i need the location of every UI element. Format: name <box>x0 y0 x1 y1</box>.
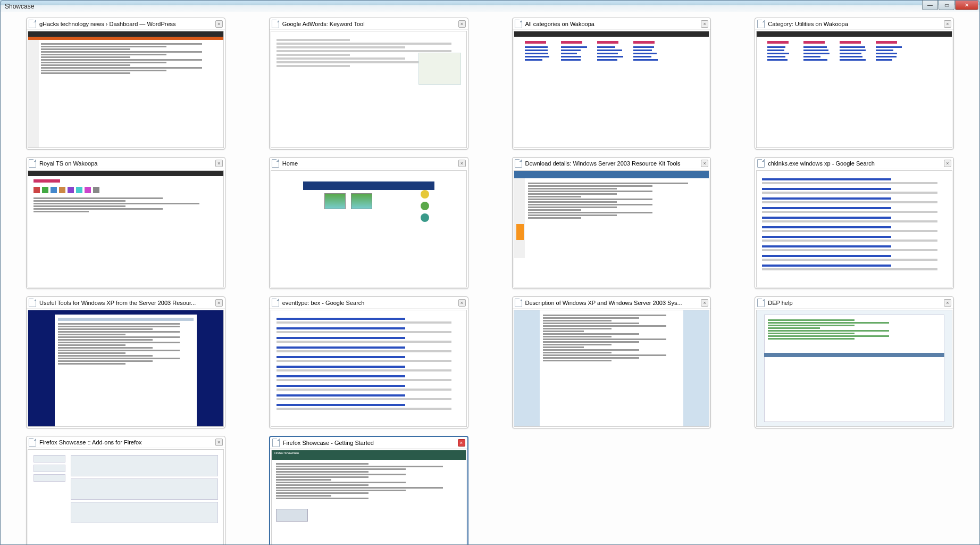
thumbnail-title: Download details: Windows Server 2003 Re… <box>525 160 701 167</box>
thumbnail-preview <box>756 31 952 148</box>
thumbnail-title: All categories on Wakoopa <box>525 21 701 27</box>
close-tab-icon[interactable]: × <box>458 160 466 167</box>
window-title: Showcase <box>3 3 34 10</box>
close-tab-icon[interactable]: × <box>458 439 465 447</box>
thumbnail-title: eventtype: bex - Google Search <box>282 300 458 306</box>
thumbnail-title: Google AdWords: Keyword Tool <box>282 21 458 27</box>
thumbnail-header: Google AdWords: Keyword Tool× <box>270 18 468 30</box>
close-tab-icon[interactable]: × <box>458 299 466 307</box>
thumbnail-preview <box>28 170 224 287</box>
tab-thumbnail[interactable]: Description of Windows XP and Windows Se… <box>512 296 711 428</box>
page-icon <box>29 159 36 168</box>
page-icon <box>29 299 36 307</box>
thumbnail-header: Home× <box>270 158 468 169</box>
page-icon <box>29 20 36 28</box>
page-icon <box>757 299 765 307</box>
close-tab-icon[interactable]: × <box>215 299 223 307</box>
thumbnail-title: Firefox Showcase :: Add-ons for Firefox <box>39 439 215 445</box>
thumbnail-title: Category: Utilities on Wakoopa <box>768 21 944 27</box>
tab-thumbnail[interactable]: chklnks.exe windows xp - Google Search× <box>755 157 954 289</box>
thumbnail-header: All categories on Wakoopa× <box>513 18 711 30</box>
thumbnail-title: Useful Tools for Windows XP from the Ser… <box>39 300 215 306</box>
thumbnail-header: Useful Tools for Windows XP from the Ser… <box>27 297 225 309</box>
thumbnail-header: eventtype: bex - Google Search× <box>270 297 468 309</box>
page-icon <box>272 299 279 307</box>
page-icon <box>29 438 36 447</box>
thumbnail-title: Firefox Showcase - Getting Started <box>283 440 458 446</box>
tab-thumbnail[interactable]: Download details: Windows Server 2003 Re… <box>512 157 711 289</box>
maximize-button[interactable]: ▭ <box>939 1 954 10</box>
thumbnail-header: Description of Windows XP and Windows Se… <box>513 297 711 309</box>
close-tab-icon[interactable]: × <box>215 439 223 446</box>
thumbnail-preview <box>28 310 224 427</box>
tab-thumbnail[interactable]: Google AdWords: Keyword Tool× <box>269 18 468 150</box>
thumbnail-header: Download details: Windows Server 2003 Re… <box>513 158 711 169</box>
tab-thumbnail[interactable]: eventtype: bex - Google Search× <box>269 296 468 428</box>
titlebar: Showcase — ▭ ✕ <box>1 1 979 12</box>
thumbnail-title: gHacks technology news › Dashboard — Wor… <box>39 21 215 27</box>
close-tab-icon[interactable]: × <box>944 160 951 167</box>
page-icon <box>272 20 279 28</box>
page-icon <box>515 159 522 168</box>
thumbnail-preview <box>271 170 467 287</box>
thumbnail-header: gHacks technology news › Dashboard — Wor… <box>27 18 225 30</box>
tab-thumbnail[interactable]: Firefox Showcase - Getting Started×Firef… <box>269 436 468 544</box>
thumbnail-preview <box>271 31 467 148</box>
thumbnail-preview <box>514 170 710 287</box>
thumbnail-title: Home <box>282 160 458 167</box>
thumbnail-preview <box>271 310 467 427</box>
thumbnail-header: Royal TS on Wakoopa× <box>27 158 225 169</box>
thumbnail-header: Firefox Showcase :: Add-ons for Firefox× <box>27 436 225 448</box>
page-icon <box>757 20 765 28</box>
showcase-window: Showcase — ▭ ✕ gHacks technology news › … <box>0 0 980 545</box>
close-tab-icon[interactable]: × <box>215 160 223 167</box>
thumbnail-title: DEP help <box>768 300 944 306</box>
thumbnail-header: chklnks.exe windows xp - Google Search× <box>755 158 953 169</box>
close-tab-icon[interactable]: × <box>944 20 951 28</box>
minimize-button[interactable]: — <box>922 1 938 10</box>
tab-thumbnail[interactable]: Firefox Showcase :: Add-ons for Firefox× <box>26 436 225 544</box>
close-tab-icon[interactable]: × <box>701 160 708 167</box>
thumbnail-preview <box>28 31 224 148</box>
thumbnail-preview <box>756 310 952 427</box>
page-icon <box>515 20 522 28</box>
close-tab-icon[interactable]: × <box>701 299 708 307</box>
tab-thumbnail[interactable]: Royal TS on Wakoopa× <box>26 157 225 289</box>
thumbnail-title: Description of Windows XP and Windows Se… <box>525 300 701 306</box>
page-icon <box>757 159 765 168</box>
thumbnail-title: Royal TS on Wakoopa <box>39 160 215 167</box>
tab-thumbnail[interactable]: Home× <box>269 157 468 289</box>
thumbnail-header: Category: Utilities on Wakoopa× <box>755 18 953 30</box>
thumbnail-preview <box>28 449 224 544</box>
thumbnail-title: chklnks.exe windows xp - Google Search <box>768 160 944 167</box>
thumbnail-header: Firefox Showcase - Getting Started× <box>270 437 467 449</box>
page-icon <box>515 299 522 307</box>
page-icon <box>272 439 280 447</box>
thumbnail-preview <box>514 31 710 148</box>
close-button[interactable]: ✕ <box>955 1 978 10</box>
window-controls: — ▭ ✕ <box>922 1 978 10</box>
tab-thumbnail[interactable]: Useful Tools for Windows XP from the Ser… <box>26 296 225 428</box>
close-tab-icon[interactable]: × <box>458 20 466 28</box>
tab-thumbnail[interactable]: Category: Utilities on Wakoopa× <box>755 18 954 150</box>
thumbnail-header: DEP help× <box>755 297 953 309</box>
tab-thumbnail[interactable]: All categories on Wakoopa× <box>512 18 711 150</box>
close-tab-icon[interactable]: × <box>944 299 951 307</box>
close-tab-icon[interactable]: × <box>215 20 223 28</box>
page-icon <box>272 159 279 168</box>
tab-thumbnail[interactable]: DEP help× <box>755 296 954 428</box>
thumbnail-preview <box>756 170 952 287</box>
tab-thumbnail[interactable]: gHacks technology news › Dashboard — Wor… <box>26 18 225 150</box>
thumbnail-grid: gHacks technology news › Dashboard — Wor… <box>1 12 979 544</box>
close-tab-icon[interactable]: × <box>701 20 708 28</box>
thumbnail-preview <box>514 310 710 427</box>
thumbnail-preview: Firefox Showcase <box>271 450 466 544</box>
